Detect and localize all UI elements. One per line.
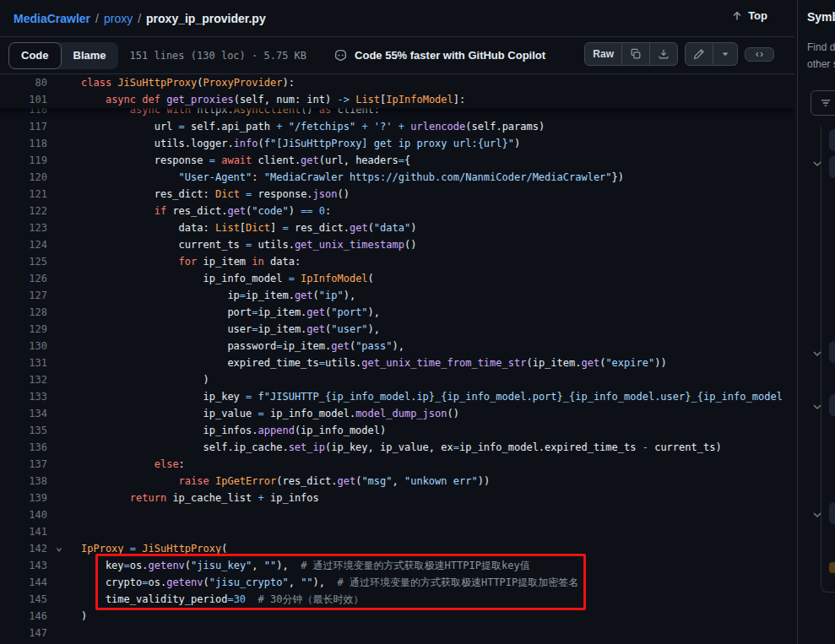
download-button[interactable] xyxy=(650,42,678,66)
code-line: 136 self.ip_cache.set_ip(ip_key, ip_valu… xyxy=(0,439,794,456)
line-number[interactable]: 124 xyxy=(0,236,47,253)
symbol-item[interactable] xyxy=(829,156,835,178)
line-number[interactable]: 121 xyxy=(0,186,47,203)
line-number[interactable]: 119 xyxy=(0,152,47,169)
code-text: ip=ip_item.get("ip"), xyxy=(81,287,355,304)
line-number[interactable]: 127 xyxy=(0,287,47,304)
code-symbols-icon xyxy=(753,48,766,61)
line-number[interactable]: 142 xyxy=(0,540,47,557)
symbol-item[interactable] xyxy=(829,129,835,151)
line-number[interactable]: 131 xyxy=(0,354,47,371)
code-text: return ip_cache_list + ip_infos xyxy=(81,490,319,506)
line-number[interactable]: 117 xyxy=(0,118,47,135)
chevron-down-icon[interactable] xyxy=(812,508,822,518)
line-number[interactable]: 138 xyxy=(0,473,47,490)
code-line: 124 current_ts = utils.get_unix_timestam… xyxy=(0,236,794,253)
code-line: 147 xyxy=(0,625,794,641)
code-text: expired_time_ts=utils.get_unix_time_from… xyxy=(81,354,667,371)
code-line: 118 utils.logger.info(f"[JiSuHttpProxy] … xyxy=(0,135,794,152)
copy-icon xyxy=(630,48,642,60)
toolbar-actions: Raw xyxy=(584,42,774,66)
pencil-icon xyxy=(693,48,705,60)
line-number[interactable]: 146 xyxy=(0,608,47,625)
line-number[interactable]: 125 xyxy=(0,253,47,270)
code-text: for ip_item in data: xyxy=(81,253,301,270)
line-number[interactable]: 123 xyxy=(0,219,47,236)
line-number[interactable]: 134 xyxy=(0,405,47,422)
edit-group xyxy=(685,42,738,66)
code-line: 122 if res_dict.get("code") == 0: xyxy=(0,203,794,219)
chevron-down-icon[interactable] xyxy=(812,400,822,410)
chevron-down-icon[interactable] xyxy=(812,157,822,167)
symbol-item[interactable] xyxy=(829,394,835,416)
code-line: 101 async def get_proxies(self, num: int… xyxy=(0,91,794,108)
symbols-filter-button[interactable] xyxy=(811,90,835,116)
symbol-item[interactable] xyxy=(829,341,835,363)
code-line: 131 expired_time_ts=utils.get_unix_time_… xyxy=(0,354,794,371)
code-text: port=ip_item.get("port"), xyxy=(81,304,380,321)
line-number[interactable]: 129 xyxy=(0,321,47,338)
line-number[interactable]: 80 xyxy=(0,74,47,91)
symbol-item[interactable] xyxy=(829,502,835,524)
code-line: 135 ip_infos.append(ip_info_model) xyxy=(0,422,794,439)
line-number[interactable]: 140 xyxy=(0,506,47,523)
scroll-to-top-button[interactable]: Top xyxy=(731,9,767,22)
code-line: 127 ip=ip_item.get("ip"), xyxy=(0,287,794,304)
code-text: class JiSuHttpProxy(ProxyProvider): xyxy=(81,74,295,91)
arrow-up-icon xyxy=(731,10,743,22)
line-number[interactable]: 132 xyxy=(0,371,47,388)
copilot-banner-text: Code 55% faster with GitHub Copilot xyxy=(355,49,545,62)
line-number[interactable]: 143 xyxy=(0,557,47,574)
line-number[interactable]: 135 xyxy=(0,422,47,439)
breadcrumb-filename: proxy_ip_provider.py xyxy=(146,12,266,25)
line-number[interactable]: 136 xyxy=(0,439,47,456)
code-line: 125 for ip_item in data: xyxy=(0,253,794,270)
raw-button[interactable]: Raw xyxy=(584,42,622,66)
raw-actions-group: Raw xyxy=(584,42,678,66)
breadcrumb-folder-link[interactable]: proxy xyxy=(104,12,133,25)
code-text: ) xyxy=(81,371,209,388)
edit-dropdown-button[interactable] xyxy=(713,42,738,66)
code-text: res_dict: Dict = response.json() xyxy=(81,186,350,203)
line-number[interactable]: 147 xyxy=(0,625,47,641)
code-line: 141 xyxy=(0,523,794,540)
code-line: 80class JiSuHttpProxy(ProxyProvider): xyxy=(0,74,794,91)
line-number[interactable]: 126 xyxy=(0,270,47,287)
breadcrumb-repo-link[interactable]: MediaCrawler xyxy=(14,12,90,25)
symbols-panel-description: Find definitions and references for func… xyxy=(807,39,835,73)
tab-code[interactable]: Code xyxy=(8,42,62,69)
line-number[interactable]: 128 xyxy=(0,304,47,321)
code-text: "User-Agent": "MediaCrawler https://gith… xyxy=(81,169,624,186)
tab-blame[interactable]: Blame xyxy=(62,42,118,69)
symbols-panel-toggle-button[interactable] xyxy=(745,47,774,62)
line-number[interactable]: 101 xyxy=(0,91,47,108)
code-line: 134 ip_value = ip_info_model.model_dump_… xyxy=(0,405,794,422)
code-line: 139 return ip_cache_list + ip_infos xyxy=(0,490,794,506)
line-number[interactable]: 137 xyxy=(0,456,47,473)
code-line: 146) xyxy=(0,608,794,625)
code-line: 138 raise IpGetError(res_dict.get("msg",… xyxy=(0,473,794,490)
fold-chevron-icon[interactable]: ⌄ xyxy=(56,538,62,555)
line-number[interactable]: 130 xyxy=(0,338,47,354)
line-number[interactable]: 122 xyxy=(0,203,47,219)
code-text: password=ip_item.get("pass"), xyxy=(81,338,404,354)
line-number[interactable]: 133 xyxy=(0,388,47,405)
symbols-panel-title: Symbols xyxy=(807,10,835,24)
chevron-down-icon[interactable] xyxy=(812,347,822,357)
line-number[interactable]: 139 xyxy=(0,490,47,506)
line-number[interactable]: 120 xyxy=(0,169,47,186)
code-text: utils.logger.info(f"[JiSuHttpProxy] get … xyxy=(81,135,520,152)
code-text: if res_dict.get("code") == 0: xyxy=(81,203,331,219)
sticky-context-lines: 80class JiSuHttpProxy(ProxyProvider):101… xyxy=(0,74,794,108)
symbol-item[interactable] xyxy=(829,562,835,573)
line-number[interactable]: 141 xyxy=(0,523,47,540)
edit-button[interactable] xyxy=(685,42,713,66)
copy-button[interactable] xyxy=(622,42,650,66)
file-toolbar: Code Blame 151 lines (130 loc) · 5.75 KB… xyxy=(0,37,794,74)
line-number[interactable]: 118 xyxy=(0,135,47,152)
line-number[interactable]: 144 xyxy=(0,574,47,591)
line-number[interactable]: 145 xyxy=(0,591,47,608)
code-text: url = self.api_path + "/fetchips" + '?' … xyxy=(81,118,545,135)
code-text: ip_infos.append(ip_info_model) xyxy=(81,422,386,439)
code-line: 123 data: List[Dict] = res_dict.get("dat… xyxy=(0,219,794,236)
